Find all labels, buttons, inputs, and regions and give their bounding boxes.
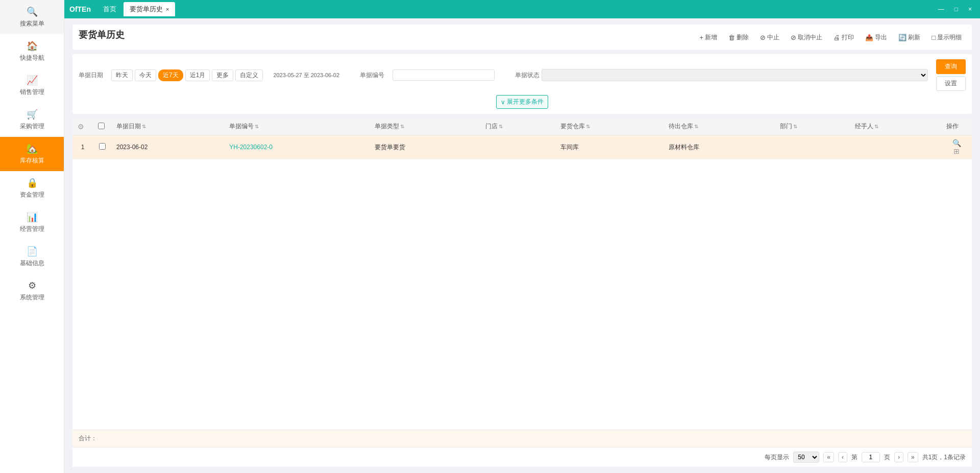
toolbar: +新增🗑删除⊘中止⊘取消中止🖨打印📤导出🔄刷新□显示明细 — [696, 31, 966, 44]
select-all-checkbox[interactable] — [98, 123, 105, 129]
sort-icon-doc_no: ⇅ — [255, 124, 259, 129]
basic-info-icon: 📄 — [27, 246, 38, 257]
row-date: 2023-06-02 — [111, 135, 224, 159]
refresh-button[interactable]: 🔄刷新 — [894, 31, 924, 44]
sidebar-item-basic-info[interactable]: 📄基础信息 — [0, 240, 64, 274]
ops-mgmt-icon: 📊 — [27, 211, 38, 223]
sidebar-item-search-menu[interactable]: 🔍搜索菜单 — [0, 0, 64, 34]
sort-icon-dept: ⇅ — [793, 124, 797, 129]
date-btn-more[interactable]: 更多 — [212, 69, 233, 81]
row-ops: 🔍 ⊞ — [941, 135, 972, 159]
suspend-button[interactable]: ⊘中止 — [756, 31, 783, 44]
table-row: 1 2023-06-02 YH-20230602-0 要货单要货 车间库 原材料… — [72, 135, 972, 159]
sidebar-item-quick-nav[interactable]: 🏠快捷导航 — [0, 34, 64, 68]
page-input[interactable] — [862, 452, 880, 462]
sort-icon-pending_warehouse: ⇅ — [694, 124, 698, 129]
sidebar-item-finance-mgmt[interactable]: 🔒资金管理 — [0, 171, 64, 205]
sidebar-item-ops-mgmt[interactable]: 📊经营管理 — [0, 205, 64, 240]
page-unit: 页 — [884, 453, 890, 462]
table-footer: 合计： — [72, 430, 972, 447]
maximize-btn[interactable]: □ — [951, 6, 961, 13]
prev-page-btn[interactable]: ‹ — [838, 452, 847, 462]
settings-button[interactable]: 设置 — [936, 76, 966, 91]
date-btn-last7days[interactable]: 近7天 — [158, 69, 183, 81]
total-info: 共1页，1条记录 — [922, 453, 966, 462]
col-header-doc_no[interactable]: 单据编号⇅ — [224, 118, 370, 135]
col-header-dept[interactable]: 部门⇅ — [775, 118, 850, 135]
export-icon: 📤 — [865, 34, 873, 41]
doc-status-wrap: 单据状态 — [515, 69, 928, 81]
minimize-btn[interactable]: — — [935, 6, 947, 13]
row-pending-warehouse: 原材料仓库 — [664, 135, 774, 159]
suspend-icon: ⊘ — [760, 34, 766, 41]
tab-requisition-history[interactable]: 要货单历史× — [124, 2, 175, 16]
brand-logo: OfTEn — [69, 5, 91, 13]
row-req-warehouse: 车间库 — [555, 135, 664, 159]
doc-status-select[interactable] — [542, 69, 928, 81]
finance-mgmt-icon: 🔒 — [27, 177, 38, 188]
col-header-doc_type[interactable]: 单据类型⇅ — [370, 118, 480, 135]
show-detail-icon: □ — [932, 34, 936, 41]
data-table-wrap: ⚙单据日期⇅单据编号⇅单据类型⇅门店⇅要货仓库⇅待出仓库⇅部门⇅经手人⇅操作 1… — [72, 118, 972, 447]
last-page-btn[interactable]: » — [908, 452, 918, 462]
col-header-date[interactable]: 单据日期⇅ — [111, 118, 224, 135]
date-btn-last1month[interactable]: 近1月 — [185, 69, 210, 81]
chevron-down-icon: ∨ — [501, 99, 505, 106]
col-header-req_warehouse[interactable]: 要货仓库⇅ — [555, 118, 664, 135]
doc-no-link[interactable]: YH-20230602-0 — [229, 144, 273, 151]
quick-nav-icon: 🏠 — [27, 40, 38, 52]
search-button[interactable]: 查询 — [936, 59, 966, 74]
doc-number-input[interactable] — [393, 69, 495, 81]
date-filter-buttons: 昨天今天近7天近1月更多自定义 — [111, 69, 263, 81]
col-header-pending_warehouse[interactable]: 待出仓库⇅ — [664, 118, 774, 135]
delete-button[interactable]: 🗑删除 — [724, 31, 753, 44]
date-filter-label: 单据日期 — [79, 71, 103, 80]
tab-close-requisition-history[interactable]: × — [166, 6, 169, 12]
cancel-suspend-button[interactable]: ⊘取消中止 — [787, 31, 826, 44]
col-header-handler[interactable]: 经手人⇅ — [850, 118, 941, 135]
row-doc-no[interactable]: YH-20230602-0 — [224, 135, 370, 159]
tab-home[interactable]: 首页 — [97, 2, 122, 16]
doc-status-label: 单据状态 — [515, 71, 540, 80]
print-button[interactable]: 🖨打印 — [829, 31, 858, 44]
next-page-btn[interactable]: › — [894, 452, 903, 462]
main-container: OfTEn 首页要货单历史× — □ × 要货单历史 +新增🗑删除⊘中止⊘取消中… — [64, 0, 980, 473]
col-header-store[interactable]: 门店⇅ — [480, 118, 555, 135]
sidebar: 🔍搜索菜单🏠快捷导航📈销售管理🛒采购管理🏡库存核算🔒资金管理📊经营管理📄基础信息… — [0, 0, 64, 473]
page-title: 要货单历史 — [79, 29, 125, 41]
first-page-btn[interactable]: « — [823, 452, 834, 462]
purchase-mgmt-icon: 🛒 — [27, 109, 38, 120]
date-btn-today[interactable]: 今天 — [135, 69, 156, 81]
date-btn-yesterday[interactable]: 昨天 — [111, 69, 133, 81]
table-settings-icon[interactable]: ⚙ — [78, 123, 84, 131]
print-icon: 🖨 — [834, 34, 840, 41]
sidebar-item-sales-mgmt[interactable]: 📈销售管理 — [0, 68, 64, 103]
sort-icon-date: ⇅ — [142, 124, 146, 129]
row-doc-type: 要货单要货 — [370, 135, 480, 159]
expand-filter-button[interactable]: ∨ 展开更多条件 — [496, 95, 548, 109]
data-table: ⚙单据日期⇅单据编号⇅单据类型⇅门店⇅要货仓库⇅待出仓库⇅部门⇅经手人⇅操作 1… — [72, 118, 972, 159]
inventory-icon: 🏡 — [27, 143, 38, 154]
sales-mgmt-icon: 📈 — [27, 75, 38, 86]
view-icon[interactable]: 🔍 — [952, 139, 961, 147]
pagination: 每页显示 50 100 200 « ‹ 第 页 › » 共1页，1条记录 — [72, 447, 972, 467]
sidebar-item-purchase-mgmt[interactable]: 🛒采购管理 — [0, 103, 64, 137]
new-button[interactable]: +新增 — [696, 31, 722, 44]
filter-action-buttons: 查询 设置 — [936, 59, 966, 91]
close-btn[interactable]: × — [965, 6, 975, 13]
page-size-select[interactable]: 50 100 200 — [793, 452, 819, 463]
date-btn-custom[interactable]: 自定义 — [235, 69, 263, 81]
edit-icon[interactable]: ⊞ — [953, 147, 960, 155]
page-label: 第 — [851, 453, 857, 462]
row-checkbox[interactable] — [99, 143, 106, 150]
refresh-icon: 🔄 — [898, 34, 906, 41]
row-dept — [775, 135, 850, 159]
row-handler — [850, 135, 941, 159]
total-label: 合计： — [79, 435, 97, 442]
window-controls: — □ × — [935, 6, 975, 13]
sidebar-item-inventory[interactable]: 🏡库存核算 — [0, 137, 64, 171]
show-detail-button[interactable]: □显示明细 — [927, 31, 966, 44]
new-icon: + — [700, 34, 704, 41]
sidebar-item-sys-mgmt[interactable]: ⚙系统管理 — [0, 274, 64, 308]
export-button[interactable]: 📤导出 — [861, 31, 891, 44]
